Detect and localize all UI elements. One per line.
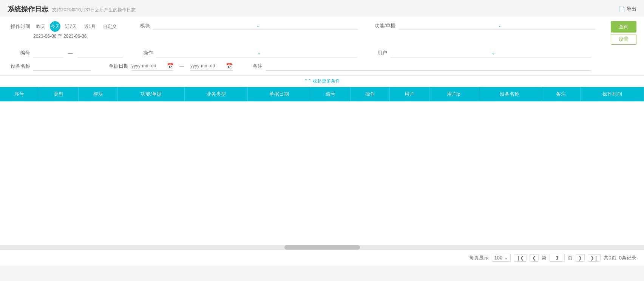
chevron-down-icon-4: ⌄	[491, 50, 591, 56]
operation-filter: 操作 ⌄	[130, 49, 357, 57]
func-select[interactable]: ⌄	[398, 21, 596, 30]
col-operation: 操作	[350, 87, 389, 101]
time-btn-1month[interactable]: 近1月	[81, 23, 99, 31]
time-btn-7days[interactable]: 近7天	[62, 23, 80, 31]
col-module: 模块	[79, 87, 118, 101]
query-button[interactable]: 查询	[611, 21, 636, 33]
header-row: 序号 类型 模块 功能/单据 业务类型 单据日期 编号 操作 用户 用户ip 设…	[0, 87, 644, 101]
col-type: 类型	[39, 87, 78, 101]
empty-area	[0, 101, 644, 245]
table-header: 序号 类型 模块 功能/单据 业务类型 单据日期 编号 操作 用户 用户ip 设…	[0, 87, 644, 101]
chevron-down-icon-2: ⌄	[498, 23, 596, 28]
page-title: 系统操作日志	[8, 5, 48, 14]
remark-label: 备注	[240, 63, 263, 70]
doc-date-to-wrap[interactable]: 📅	[190, 61, 232, 71]
table-container: 序号 类型 模块 功能/单据 业务类型 单据日期 编号 操作 用户 用户ip 设…	[0, 87, 644, 245]
page-header: 系统操作日志 支持2020年10月31日之后产生的操作日志 📄 导出	[0, 0, 644, 17]
user-select[interactable]: ⌄	[390, 49, 591, 57]
scrollbar-thumb[interactable]	[284, 245, 360, 250]
doc-date-from-wrap[interactable]: 📅	[131, 61, 173, 71]
module-label: 模块	[127, 22, 150, 29]
prev-page-button[interactable]: ❮	[530, 254, 539, 262]
number-dash: —	[68, 50, 73, 56]
collapse-icon: ⌃⌃	[304, 78, 312, 84]
page-title-area: 系统操作日志 支持2020年10月31日之后产生的操作日志	[8, 5, 136, 14]
col-func: 功能/单据	[118, 87, 184, 101]
per-page-value: 100	[494, 255, 503, 261]
remark-input[interactable]	[266, 62, 591, 71]
doc-date-filter: 单据日期 📅 — 📅	[98, 61, 232, 71]
action-buttons: 查询 设置	[611, 21, 636, 45]
first-page-button[interactable]: ❙❮	[514, 254, 527, 262]
export-icon: 📄	[619, 6, 625, 12]
col-device: 设备名称	[478, 87, 541, 101]
col-op-time: 操作时间	[581, 87, 644, 101]
pagination-summary: 共0页, 0条记录	[604, 255, 636, 261]
time-filter: 操作时间 昨天 今天 近7天 近1月 自定义 2023-06-06 至 2023…	[8, 21, 120, 40]
page-suffix: 页	[568, 255, 573, 261]
collapse-bar[interactable]: ⌃⌃ 收起更多条件	[0, 76, 644, 87]
col-biz-type: 业务类型	[184, 87, 247, 101]
number-to-input[interactable]	[77, 48, 123, 57]
chevron-down-icon-3: ⌄	[257, 50, 357, 56]
user-filter: 用户 ⌄	[364, 49, 591, 57]
device-label: 设备名称	[8, 63, 30, 70]
operation-select[interactable]: ⌄	[156, 49, 357, 57]
chevron-down-icon: ⌄	[256, 23, 358, 28]
filter-panel: 操作时间 昨天 今天 近7天 近1月 自定义 2023-06-06 至 2023…	[0, 17, 644, 76]
device-filter: 设备名称	[8, 62, 91, 71]
scrollbar-track[interactable]	[0, 245, 644, 250]
time-btn-yesterday[interactable]: 昨天	[33, 23, 48, 31]
data-table: 序号 类型 模块 功能/单据 业务类型 单据日期 编号 操作 用户 用户ip 设…	[0, 87, 644, 101]
per-page-label: 每页显示	[469, 255, 489, 261]
pagination-bar: 每页显示 100 ⌄ ❙❮ ❮ 第 页 ❯ ❯❙ 共0页, 0条记录	[0, 250, 644, 265]
remark-filter: 备注	[240, 62, 591, 71]
time-btn-custom[interactable]: 自定义	[100, 23, 120, 31]
user-label: 用户	[364, 50, 387, 56]
next-page-button[interactable]: ❯	[576, 254, 585, 262]
doc-date-label: 单据日期	[98, 63, 128, 70]
time-label: 操作时间	[8, 23, 30, 30]
device-input[interactable]	[33, 62, 91, 71]
time-options: 昨天 今天 近7天 近1月 自定义	[33, 21, 120, 32]
doc-date-dash: —	[179, 63, 184, 69]
last-page-button[interactable]: ❯❙	[588, 254, 601, 262]
page-number-input[interactable]	[550, 254, 565, 262]
doc-date-to-input[interactable]	[190, 63, 224, 68]
collapse-label: 收起更多条件	[313, 78, 340, 84]
module-filter: 模块 ⌄	[127, 21, 358, 30]
col-seq: 序号	[0, 87, 39, 101]
settings-button[interactable]: 设置	[611, 34, 636, 45]
page-label: 第	[542, 255, 547, 261]
time-btn-today[interactable]: 今天	[50, 21, 60, 32]
module-select[interactable]: ⌄	[153, 21, 358, 30]
func-label: 功能/单据	[365, 22, 395, 29]
col-doc-date: 单据日期	[248, 87, 311, 101]
page-subtitle: 支持2020年10月31日之后产生的操作日志	[52, 7, 136, 13]
func-filter: 功能/单据 ⌄	[365, 21, 596, 30]
col-user-ip: 用户ip	[429, 87, 478, 101]
number-filter: 编号 —	[8, 48, 123, 57]
col-number: 编号	[311, 87, 350, 101]
export-button[interactable]: 📄 导出	[619, 6, 636, 12]
doc-date-from-input[interactable]	[131, 63, 165, 68]
calendar-icon-2[interactable]: 📅	[226, 63, 232, 69]
date-range-text: 2023-06-06 至 2023-06-06	[33, 34, 86, 39]
number-label: 编号	[8, 50, 30, 56]
export-label: 导出	[627, 6, 636, 12]
chevron-down-icon-5: ⌄	[504, 255, 508, 261]
per-page-select[interactable]: 100 ⌄	[492, 254, 511, 262]
col-user: 用户	[390, 87, 429, 101]
col-remark: 备注	[541, 87, 581, 101]
operation-label: 操作	[130, 50, 153, 56]
number-from-input[interactable]	[33, 48, 63, 57]
calendar-icon-1[interactable]: 📅	[167, 63, 173, 69]
